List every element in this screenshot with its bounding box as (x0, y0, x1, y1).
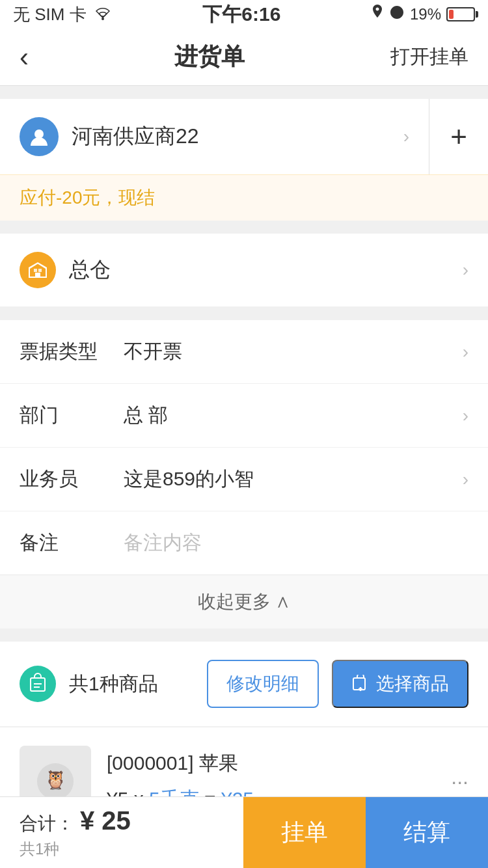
warehouse-name: 总仓 (69, 256, 456, 284)
section-gap-3 (0, 306, 488, 319)
svg-point-1 (34, 129, 44, 139)
carrier-text: 无 SIM 卡 (13, 3, 87, 26)
product-count-text: 共1种商品 (69, 671, 194, 698)
alarm-icon (389, 5, 405, 24)
notice-banner: 应付-20元，现结 (0, 174, 488, 221)
warehouse-chevron-icon: › (463, 260, 468, 280)
total-section: 合计： ¥ 25 共1种 (0, 797, 243, 868)
select-product-button[interactable]: 选择商品 (332, 660, 468, 708)
pending-button[interactable]: 挂单 (243, 797, 366, 868)
status-right: 19% (371, 5, 475, 24)
svg-text:🦉: 🦉 (44, 769, 67, 791)
open-pending-button[interactable]: 打开挂单 (390, 44, 468, 70)
section-gap-4 (0, 629, 488, 642)
location-icon (371, 5, 384, 24)
svg-rect-3 (34, 269, 37, 272)
status-time: 下午6:16 (202, 1, 280, 28)
product-header: 共1种商品 修改明细 选择商品 (0, 642, 488, 726)
invoice-value: 不开票 (124, 338, 456, 365)
invoice-row[interactable]: 票据类型 不开票 › (0, 319, 488, 383)
salesperson-row[interactable]: 业务员 这是859的小智 › (0, 447, 488, 511)
collapse-button[interactable]: 收起更多 ∧ (0, 575, 488, 629)
total-row: 合计： ¥ 25 (20, 806, 224, 836)
department-label: 部门 (20, 402, 124, 429)
product-code: [0000001] (107, 752, 193, 774)
supplier-section: 河南供应商22 › + (0, 99, 488, 174)
product-name: [0000001] 苹果 (107, 750, 429, 777)
chevron-right-icon: › (403, 126, 409, 147)
svg-rect-2 (35, 273, 40, 278)
remark-row[interactable]: 备注 备注内容 (0, 511, 488, 575)
warehouse-row[interactable]: 总仓 › (0, 234, 488, 306)
warehouse-icon (20, 252, 56, 288)
supplier-avatar (20, 117, 59, 156)
total-count: 共1种 (20, 839, 224, 860)
department-chevron-icon: › (463, 405, 468, 426)
add-supplier-button[interactable]: + (429, 120, 488, 153)
invoice-label: 票据类型 (20, 338, 124, 365)
status-bar: 无 SIM 卡 下午6:16 19% (0, 0, 488, 29)
supplier-name: 河南供应商22 (72, 122, 397, 151)
wifi-icon (93, 5, 113, 25)
total-amount: ¥ 25 (80, 806, 131, 835)
nav-bar: ‹ 进货单 打开挂单 (0, 29, 488, 86)
department-value: 总 部 (124, 402, 456, 429)
product-title: 苹果 (199, 752, 238, 774)
svg-rect-8 (353, 678, 365, 690)
section-gap-2 (0, 221, 488, 234)
battery-text: 19% (410, 5, 441, 23)
salesperson-chevron-icon: › (463, 469, 468, 490)
supplier-selector[interactable]: 河南供应商22 › (0, 99, 429, 174)
checkout-button[interactable]: 结算 (366, 797, 488, 868)
department-row[interactable]: 部门 总 部 › (0, 383, 488, 447)
invoice-chevron-icon: › (463, 342, 468, 362)
page-title: 进货单 (174, 41, 245, 73)
svg-point-0 (102, 18, 104, 20)
product-count-icon (20, 666, 56, 702)
status-left: 无 SIM 卡 (13, 3, 113, 26)
section-gap-1 (0, 86, 488, 99)
salesperson-label: 业务员 (20, 466, 124, 493)
salesperson-value: 这是859的小智 (124, 466, 456, 493)
svg-rect-4 (38, 269, 42, 272)
bottom-bar: 合计： ¥ 25 共1种 挂单 结算 (0, 796, 488, 868)
remark-input[interactable]: 备注内容 (124, 530, 468, 556)
product-more-button[interactable]: ··· (429, 770, 468, 794)
back-button[interactable]: ‹ (20, 42, 29, 73)
select-product-label: 选择商品 (376, 671, 449, 696)
total-label: 合计： (20, 813, 74, 834)
remark-label: 备注 (20, 530, 124, 556)
modify-detail-button[interactable]: 修改明细 (207, 660, 319, 708)
battery-icon (446, 7, 475, 21)
